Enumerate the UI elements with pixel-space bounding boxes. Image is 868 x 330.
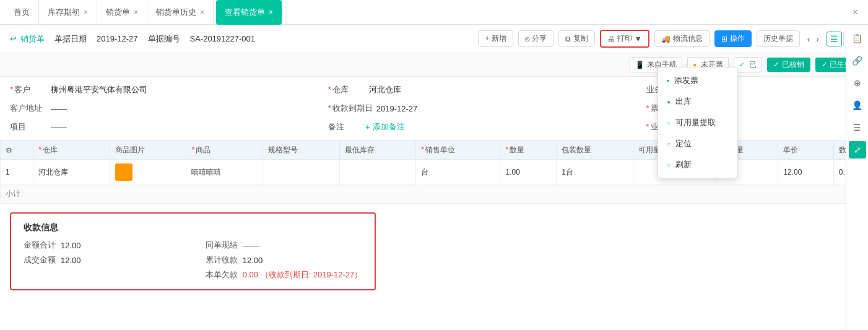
- payment-date-field: 收款到期日 2019-12-27: [328, 103, 646, 114]
- row-product-img: [110, 160, 186, 185]
- payment-title: 收款信息: [24, 222, 362, 233]
- next-arrow[interactable]: ›: [814, 33, 822, 45]
- print-label: 打印: [617, 33, 632, 44]
- date-label: 单据日期: [54, 33, 87, 45]
- add-invoice-label: 添发票: [674, 75, 698, 86]
- sidebar-user-icon[interactable]: 👤: [849, 97, 866, 114]
- project-field: 项目 ——: [10, 121, 328, 132]
- project-value: ——: [51, 123, 67, 132]
- tab-sales-order[interactable]: 销货单 ×: [97, 0, 147, 25]
- logistics-button[interactable]: 🚚 物流信息: [654, 30, 710, 47]
- payment-grid: 金额合计 12.00 同单现结 —— 成交金额 12.00 累计收款 12.00: [24, 240, 362, 280]
- deal-amount-value: 12.00: [61, 256, 81, 265]
- customer-field: 客户 柳州粤港平安气体有限公司: [10, 84, 328, 95]
- tab-inventory-close[interactable]: ×: [84, 8, 88, 17]
- sold-badge: ✓ 已核销: [767, 58, 810, 72]
- total-value: 12.00: [61, 241, 81, 250]
- row-spec: [263, 160, 340, 185]
- tab-inventory-label: 库存期初: [48, 7, 80, 18]
- total-row: 金额合计 12.00: [24, 240, 181, 251]
- window-close-button[interactable]: ×: [848, 7, 863, 18]
- col-spec: 规格型号: [263, 141, 340, 160]
- number-value: SA-20191227-001: [190, 34, 256, 43]
- address-field: 客户地址 ——: [10, 103, 328, 114]
- accumulated-value: 12.00: [243, 256, 263, 265]
- tab-sales-label: 销货单: [106, 7, 130, 18]
- gear-icon: ⚙: [6, 146, 12, 155]
- tab-sales-history[interactable]: 销货单历史 ×: [147, 0, 214, 25]
- tab-sales-close[interactable]: ×: [134, 8, 138, 17]
- logistics-label: 物流信息: [673, 33, 703, 44]
- product-image: [115, 163, 132, 181]
- current-owe-value: 0.00 （收款到期日: 2019-12-27）: [243, 269, 363, 280]
- sidebar-clipboard-icon[interactable]: 📋: [849, 30, 866, 47]
- sidebar-list-icon[interactable]: ☰: [849, 119, 866, 136]
- verified-button[interactable]: 已: [734, 57, 762, 72]
- tab-history-label: 销货单历史: [156, 7, 196, 18]
- tab-view-sales-label: 查看销货单: [225, 7, 265, 18]
- note-label: 备注: [328, 121, 365, 132]
- due-date-info: （收款到期日: 2019-12-27）: [261, 270, 363, 279]
- sidebar-expand-icon[interactable]: ⤢: [849, 141, 866, 158]
- col-sales-unit: 销售单位: [416, 141, 500, 160]
- operate-button[interactable]: ⊞ 操作: [714, 30, 752, 47]
- sidebar-add-icon[interactable]: ⊕: [849, 74, 866, 92]
- locate-item[interactable]: ○ 定位: [658, 133, 737, 154]
- doc-actions: + 新增 ⎋ 分享 ⧉ 复制 🖨 打印 ▼ 🚚 物流信息 ⊞ 操作: [478, 30, 858, 48]
- col-gear: ⚙: [1, 141, 33, 160]
- prev-arrow[interactable]: ‹: [805, 33, 813, 45]
- row-warehouse: 河北仓库: [33, 160, 110, 185]
- outbound-item[interactable]: ● 出库: [658, 91, 737, 112]
- row-no: 1: [1, 160, 33, 185]
- customer-value: 柳州粤港平安气体有限公司: [51, 84, 147, 95]
- payment-box: 收款信息 金额合计 12.00 同单现结 —— 成交金额 12.00 累计收款 …: [10, 212, 376, 290]
- col-min-stock: 最低库存: [339, 141, 416, 160]
- add-invoice-item[interactable]: ▪ 添发票: [658, 70, 737, 91]
- new-button[interactable]: + 新增: [478, 30, 513, 47]
- refresh-icon: ○: [667, 162, 671, 168]
- col-product-img: 商品图片: [110, 141, 186, 160]
- same-order-label: 同单现结: [206, 240, 238, 251]
- tab-inventory-init[interactable]: 库存期初 ×: [39, 0, 97, 25]
- tab-view-sales-close[interactable]: ×: [269, 8, 273, 17]
- doc-title: ↩ 销货单: [10, 33, 45, 45]
- tab-view-sales[interactable]: 查看销货单 ×: [216, 0, 282, 25]
- tab-home[interactable]: 首页: [5, 0, 39, 25]
- doc-header: ↩ 销货单 单据日期 2019-12-27 单据编号 SA-20191227-0…: [0, 25, 868, 53]
- share-label: 分享: [532, 33, 547, 44]
- share-button[interactable]: ⎋ 分享: [518, 30, 553, 47]
- warehouse-field: 仓库 河北仓库: [328, 84, 646, 95]
- doc-title-text: 销货单: [20, 33, 45, 45]
- row-product: 嘻嘻嘻嘻: [186, 160, 263, 185]
- history-button[interactable]: 历史单据: [757, 30, 800, 47]
- available-qty-label: 可用量提取: [675, 117, 716, 128]
- tab-history-close[interactable]: ×: [200, 8, 204, 17]
- available-qty-item[interactable]: ○ 可用量提取: [658, 112, 737, 133]
- add-invoice-icon: ▪: [667, 76, 669, 85]
- accumulated-label: 累计收款: [206, 254, 238, 266]
- dropdown-menu: ▪ 添发票 ● 出库 ○ 可用量提取 ○ 定位 ○ 刷新: [658, 67, 738, 178]
- sold-check-icon: ✓: [773, 60, 779, 69]
- print-button[interactable]: 🖨 打印 ▼: [600, 30, 649, 48]
- address-label: 客户地址: [10, 103, 47, 114]
- nav-arrows: ‹ ›: [805, 33, 822, 45]
- main-container: ↩ 销货单 单据日期 2019-12-27 单据编号 SA-20191227-0…: [0, 25, 868, 330]
- row-sales-unit: 台: [416, 160, 500, 185]
- locate-label: 定位: [675, 138, 692, 149]
- warehouse-value: 河北仓库: [369, 84, 401, 95]
- accumulated-row: 累计收款 12.00: [206, 254, 363, 266]
- outbound-label: 出库: [675, 96, 692, 107]
- history-label: 历史单据: [763, 33, 793, 44]
- note-add-button[interactable]: 添加备注: [365, 121, 405, 132]
- phone-icon: 📱: [635, 61, 644, 69]
- list-view-button[interactable]: ☰: [827, 32, 842, 46]
- copy-button[interactable]: ⧉ 复制: [558, 30, 595, 47]
- payment-date-value: 2019-12-27: [376, 104, 418, 113]
- copy-icon: ⧉: [565, 35, 571, 43]
- customer-label: 客户: [10, 84, 47, 95]
- sidebar-link-icon[interactable]: 🔗: [849, 52, 866, 69]
- doc-meta: 单据日期 2019-12-27 单据编号 SA-20191227-001: [54, 33, 255, 45]
- effective-check-icon: ✓: [822, 60, 828, 69]
- refresh-item[interactable]: ○ 刷新: [658, 154, 737, 175]
- same-order-value: ——: [243, 241, 259, 250]
